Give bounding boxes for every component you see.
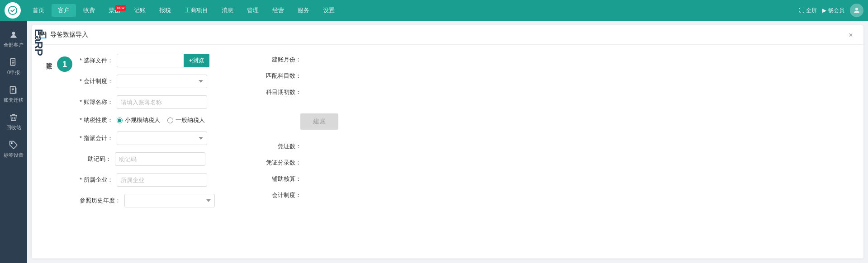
accounting-select[interactable]: [117, 75, 207, 88]
tax-label: * 纳税性质：: [80, 116, 113, 124]
ledger-input[interactable]: [117, 95, 207, 109]
sidebar: 全部客户 0申报 账套迁移: [0, 21, 27, 263]
accounting-row: * 会计制度：: [80, 75, 242, 88]
file-row: * 选择文件： +浏览: [80, 54, 242, 67]
vip-icon: ▶: [822, 7, 826, 14]
info-row-aux: 辅助核算：: [261, 175, 378, 183]
tax-radio-group: 小规模纳税人 一般纳税人: [117, 116, 205, 124]
svg-point-5: [11, 143, 13, 144]
nav-item-operate[interactable]: 经营: [266, 4, 290, 17]
nav-item-business[interactable]: 工商项目: [178, 4, 214, 17]
info-row-voucher: 凭证数：: [261, 142, 378, 150]
book-icon: [9, 85, 19, 95]
info-label-voucher: 凭证数：: [261, 142, 301, 150]
sidebar-item-migrate[interactable]: 账套迁移: [0, 80, 27, 108]
info-label-initial: 科目期初数：: [261, 88, 301, 96]
sidebar-item-zero-declare[interactable]: 0申报: [0, 53, 27, 80]
form-fields: * 选择文件： +浏览 * 会计制度：: [80, 54, 242, 207]
history-select[interactable]: [124, 194, 215, 207]
info-panel: 建账月份： 匹配科目数： 科目期初数： 建账 凭证: [261, 54, 378, 207]
browse-button[interactable]: +浏览: [184, 54, 210, 67]
info-label-aux: 辅助核算：: [261, 175, 301, 183]
accountant-row: * 指派会计：: [80, 132, 242, 145]
close-button[interactable]: ×: [845, 30, 856, 41]
earp-label: EaRP: [32, 29, 45, 56]
tax-radio-small[interactable]: 小规模纳税人: [117, 116, 160, 124]
main-content: EaRP 💾 导爸数据导入 × 建账 1 * 选择文件：: [27, 21, 868, 263]
person-icon: [9, 30, 19, 40]
ledger-row: * 账簿名称：: [80, 95, 242, 109]
tax-radio-small-input[interactable]: [117, 117, 123, 123]
avatar[interactable]: [850, 4, 863, 17]
info-row-subjects: 匹配科目数：: [261, 72, 378, 80]
svg-point-2: [12, 32, 15, 35]
file-input-wrap: +浏览: [117, 54, 210, 67]
vip-btn[interactable]: ▶ 畅会员: [822, 7, 844, 14]
tag-icon: [9, 140, 19, 150]
nav-item-accounting[interactable]: 记账: [128, 4, 152, 17]
company-label: * 所属企业：: [80, 176, 113, 184]
import-card: EaRP 💾 导爸数据导入 × 建账 1 * 选择文件：: [32, 25, 863, 258]
top-nav: 首页 客户 收费 票据 new 记账 报税 工商项目 消息 管理 经营 服务 设…: [0, 0, 868, 21]
sidebar-item-tag-settings[interactable]: 标签设置: [0, 136, 27, 163]
info-label-subjects: 匹配科目数：: [261, 72, 301, 80]
nav-item-service[interactable]: 服务: [291, 4, 316, 17]
history-label: 参照历史年度：: [80, 197, 121, 205]
ledger-label: * 账簿名称：: [80, 98, 113, 106]
trash-icon: [9, 113, 19, 122]
company-input[interactable]: [117, 173, 207, 187]
nav-item-invoice[interactable]: 票据 new: [102, 4, 127, 17]
fullscreen-btn[interactable]: ⛶ 全屏: [799, 7, 817, 14]
nav-item-settings[interactable]: 设置: [317, 4, 341, 17]
nav-item-tax[interactable]: 报税: [153, 4, 177, 17]
nav-item-customer[interactable]: 客户: [52, 4, 76, 17]
nav-item-message[interactable]: 消息: [215, 4, 240, 17]
accountant-label: * 指派会计：: [80, 134, 113, 142]
step-section: 建账 1 * 选择文件： +浏览: [45, 54, 242, 207]
info-row-month: 建账月份：: [261, 56, 378, 64]
info-label-month: 建账月份：: [261, 56, 301, 64]
accounting-label: * 会计制度：: [80, 77, 113, 85]
logo[interactable]: [5, 2, 21, 19]
svg-point-0: [9, 6, 17, 14]
info-row-entries: 凭证分录数：: [261, 159, 378, 167]
info-row-system: 会计制度：: [261, 191, 378, 199]
nav-right: ⛶ 全屏 ▶ 畅会员: [799, 4, 863, 17]
tax-row: * 纳税性质： 小规模纳税人 一般纳税人: [80, 116, 242, 124]
file-label: * 选择文件：: [80, 56, 113, 65]
card-title: 导爸数据导入: [50, 31, 88, 39]
nav-item-billing[interactable]: 收费: [77, 4, 101, 17]
nav-item-home[interactable]: 首页: [26, 4, 51, 17]
file-icon: [9, 57, 19, 67]
accountant-select[interactable]: [117, 132, 207, 145]
sidebar-item-trash[interactable]: 回收站: [0, 108, 27, 136]
app-body: 全部客户 0申报 账套迁移: [0, 21, 868, 263]
memo-input[interactable]: [115, 152, 205, 166]
sidebar-item-all-customers[interactable]: 全部客户: [0, 25, 27, 53]
tax-radio-general-input[interactable]: [167, 117, 173, 123]
memo-label: 助记码：: [80, 155, 111, 163]
info-label-system: 会计制度：: [261, 191, 301, 199]
fullscreen-icon: ⛶: [799, 7, 804, 14]
step-label: 建账: [45, 57, 53, 59]
info-row-initial: 科目期初数：: [261, 88, 378, 96]
build-account-button[interactable]: 建账: [300, 113, 338, 130]
info-label-entries: 凭证分录数：: [261, 159, 301, 167]
nav-item-manage[interactable]: 管理: [241, 4, 265, 17]
step-badge: 1: [57, 56, 72, 72]
company-row: * 所属企业：: [80, 173, 242, 187]
card-header: 💾 导爸数据导入 ×: [32, 25, 863, 45]
file-text-input[interactable]: [117, 54, 184, 67]
form-body: 建账 1 * 选择文件： +浏览: [32, 45, 863, 216]
svg-point-1: [855, 8, 858, 10]
tax-radio-general[interactable]: 一般纳税人: [167, 116, 205, 124]
new-badge: new: [115, 5, 126, 11]
history-row: 参照历史年度：: [80, 194, 242, 207]
nav-items: 首页 客户 收费 票据 new 记账 报税 工商项目 消息 管理 经营 服务 设…: [26, 4, 799, 17]
memo-row: 助记码：: [80, 152, 242, 166]
